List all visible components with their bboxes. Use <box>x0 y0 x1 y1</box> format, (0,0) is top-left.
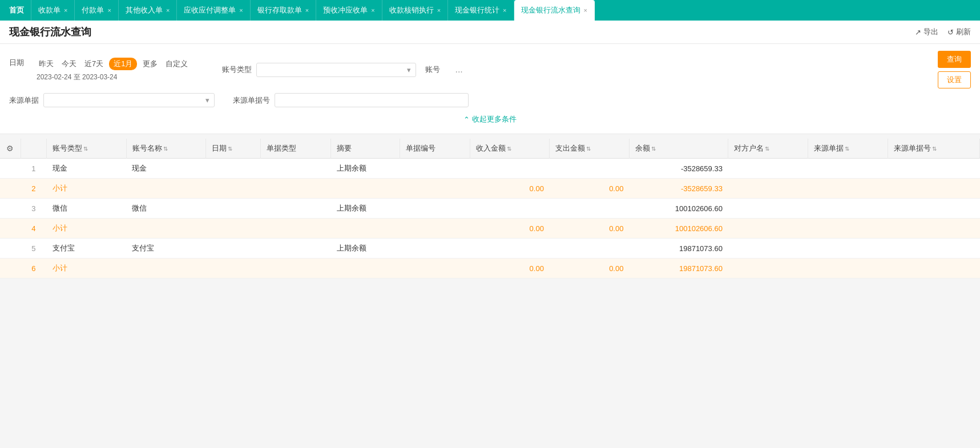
settings-button[interactable]: 设置 <box>938 71 971 88</box>
cell-settings <box>0 179 21 199</box>
table-row: 2小计0.000.00-3528659.33 <box>0 179 980 199</box>
export-icon: ↗ <box>915 28 921 37</box>
chevron-down-icon: ▾ <box>407 66 411 74</box>
sort-icon-counterparty: ⇅ <box>765 146 769 152</box>
cell-source_doc <box>808 159 888 179</box>
col-balance[interactable]: 余额⇅ <box>629 139 728 159</box>
header-actions: ↗ 导出 ↺ 刷新 <box>915 27 971 37</box>
close-icon[interactable]: × <box>503 7 506 14</box>
cell-num: 5 <box>21 239 47 259</box>
account-ellipsis[interactable]: ... <box>453 64 465 75</box>
query-button[interactable]: 查询 <box>938 51 971 68</box>
cell-account_name <box>126 179 206 199</box>
cell-income <box>470 199 550 219</box>
page-title: 现金银行流水查询 <box>9 25 91 39</box>
top-nav: 首页收款单×付款单×其他收入单×应收应付调整单×银行存取款单×预收冲应收单×收款… <box>0 0 980 21</box>
source-doc-no-input[interactable] <box>275 93 469 107</box>
cell-doc_no <box>400 179 470 199</box>
cell-account_type: 现金 <box>47 159 127 179</box>
cell-balance: 100102606.60 <box>629 219 728 239</box>
collapse-conditions[interactable]: ⌃ 收起更多条件 <box>9 112 971 127</box>
cell-summary: 上期余额 <box>331 159 400 179</box>
cell-expense: 0.00 <box>550 179 630 199</box>
close-icon[interactable]: × <box>166 7 170 14</box>
source-doc-select[interactable]: ▾ <box>43 93 215 107</box>
col-expense[interactable]: 支出金额⇅ <box>550 139 630 159</box>
data-table: ⚙账号类型⇅账号名称⇅日期⇅单据类型摘要单据编号收入金额⇅支出金额⇅余额⇅对方户… <box>0 139 980 279</box>
col-account_name[interactable]: 账号名称⇅ <box>126 139 206 159</box>
close-icon[interactable]: × <box>584 7 587 14</box>
col-num <box>21 139 47 159</box>
cell-income <box>470 239 550 259</box>
cell-account_name <box>126 259 206 279</box>
nav-item-other-income[interactable]: 其他收入单× <box>119 0 177 21</box>
nav-item-collection-exec[interactable]: 收款核销执行× <box>382 0 448 21</box>
cell-account_type: 小计 <box>47 179 127 199</box>
close-icon[interactable]: × <box>437 7 441 14</box>
col-counterparty[interactable]: 对方户名⇅ <box>728 139 808 159</box>
page-header: 现金银行流水查询 ↗ 导出 ↺ 刷新 <box>0 21 980 44</box>
cell-expense <box>550 159 630 179</box>
export-button[interactable]: ↗ 导出 <box>915 27 938 37</box>
account-type-label: 账号类型 <box>222 64 252 75</box>
nav-item-payment[interactable]: 付款单× <box>75 0 118 21</box>
sort-icon-income: ⇅ <box>507 146 511 152</box>
source-doc-no-label: 来源单据号 <box>233 95 270 106</box>
date-opt-more[interactable]: 更多 <box>140 58 160 70</box>
cell-doc_type <box>261 199 331 219</box>
col-account_type[interactable]: 账号类型⇅ <box>47 139 127 159</box>
nav-item-cash-bank-flow[interactable]: 现金银行流水查询× <box>514 0 595 21</box>
nav-item-ar-adjust[interactable]: 应收应付调整单× <box>177 0 250 21</box>
date-opt-yesterday[interactable]: 昨天 <box>37 58 56 70</box>
gear-icon[interactable]: ⚙ <box>6 144 14 153</box>
date-opt-recent7[interactable]: 近7天 <box>82 58 106 70</box>
col-date[interactable]: 日期⇅ <box>206 139 261 159</box>
date-options: 昨天今天近7天近1月更多自定义 <box>37 58 190 70</box>
cell-source_doc_no <box>888 179 979 199</box>
account-type-select[interactable]: ▾ <box>256 63 416 77</box>
action-buttons: 查询 设置 <box>938 51 971 88</box>
nav-item-home[interactable]: 首页 <box>2 0 31 21</box>
close-icon[interactable]: × <box>305 7 309 14</box>
nav-item-bank-deposit[interactable]: 银行存取款单× <box>251 0 316 21</box>
cell-date <box>206 239 261 259</box>
col-source_doc_no[interactable]: 来源单据号⇅ <box>888 139 979 159</box>
source-doc-filter: 来源单据 ▾ <box>9 93 215 107</box>
nav-item-receipt[interactable]: 收款单× <box>31 0 75 21</box>
cell-source_doc_no <box>888 259 979 279</box>
col-source_doc[interactable]: 来源单据⇅ <box>808 139 888 159</box>
cell-account_name: 支付宝 <box>126 239 206 259</box>
cell-settings <box>0 259 21 279</box>
date-opt-recent1m[interactable]: 近1月 <box>109 58 137 70</box>
nav-item-cash-bank-stat[interactable]: 现金银行统计× <box>448 0 514 21</box>
close-icon[interactable]: × <box>107 7 111 14</box>
cell-source_doc <box>808 239 888 259</box>
cell-summary: 上期余额 <box>331 239 400 259</box>
account-type-filter: 账号类型 ▾ <box>222 63 416 77</box>
cell-balance: 19871073.60 <box>629 239 728 259</box>
cell-counterparty <box>728 199 808 219</box>
close-icon[interactable]: × <box>371 7 374 14</box>
cell-balance: -3528659.33 <box>629 179 728 199</box>
chevron-down-icon2: ▾ <box>205 96 209 104</box>
cell-date <box>206 199 261 219</box>
close-icon[interactable]: × <box>239 7 243 14</box>
sort-icon-account_type: ⇅ <box>83 146 88 152</box>
cell-num: 2 <box>21 179 47 199</box>
nav-item-advance-offset[interactable]: 预收冲应收单× <box>316 0 382 21</box>
close-icon[interactable]: × <box>64 7 67 14</box>
cell-expense: 0.00 <box>550 219 630 239</box>
col-income[interactable]: 收入金额⇅ <box>470 139 550 159</box>
col-summary: 摘要 <box>331 139 400 159</box>
cell-num: 1 <box>21 159 47 179</box>
table-area: ⚙账号类型⇅账号名称⇅日期⇅单据类型摘要单据编号收入金额⇅支出金额⇅余额⇅对方户… <box>0 139 980 279</box>
cell-counterparty <box>728 159 808 179</box>
table-body: 1现金现金上期余额-3528659.332小计0.000.00-3528659.… <box>0 159 980 279</box>
date-opt-today[interactable]: 今天 <box>59 58 79 70</box>
refresh-button[interactable]: ↺ 刷新 <box>947 27 971 37</box>
date-opt-custom[interactable]: 自定义 <box>163 58 190 70</box>
cell-source_doc_no <box>888 239 979 259</box>
cell-doc_no <box>400 259 470 279</box>
cell-doc_no <box>400 219 470 239</box>
filter-area: 日期 昨天今天近7天近1月更多自定义 2023-02-24 至 2023-03-… <box>0 44 980 134</box>
